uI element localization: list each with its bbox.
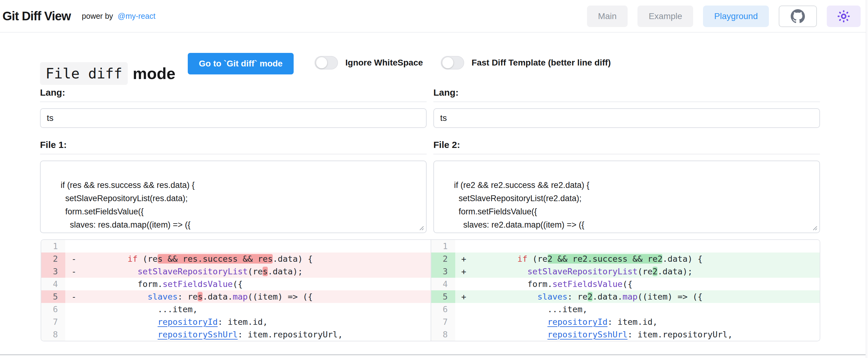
line-number: 4 <box>431 278 455 290</box>
diff-line-content: + slaves: re2.data.map((item) => ({ <box>455 290 820 303</box>
diff-marker: - <box>65 253 98 265</box>
diff-row: 5+ slaves: re2.data.map((item) => ({ <box>431 290 820 303</box>
toggle-knob <box>316 57 327 68</box>
diff-row: 1 <box>41 240 431 253</box>
diff-row: 6 ...item, <box>431 303 820 316</box>
diff-line-content: repositoryId: item.id, <box>65 316 431 328</box>
toggle-knob <box>442 57 454 68</box>
diff-row: 4 form.setFieldsValue({ <box>431 278 820 290</box>
file1-textarea-wrap: if (res && res.success && res.data) { se… <box>40 161 427 233</box>
line-number: 3 <box>431 265 455 278</box>
diff-row: 7 repositoryId: item.id, <box>41 316 431 328</box>
diff-line-content: ...item, <box>65 303 431 316</box>
power-by-prefix: power by <box>82 12 113 20</box>
nav-example-button[interactable]: Example <box>638 5 693 27</box>
line-number: 5 <box>41 290 65 303</box>
diff-row: 2- if (res && res.success && res.data) { <box>41 253 431 265</box>
line-number: 8 <box>431 328 455 341</box>
top-nav: Main Example Playground <box>587 0 861 33</box>
line-number: 2 <box>41 253 65 265</box>
line-number: 6 <box>41 303 65 316</box>
file2-label: File 2: <box>433 136 820 154</box>
diff-line-content <box>455 240 820 253</box>
fast-diff-toggle[interactable] <box>441 56 464 69</box>
line-number: 7 <box>41 316 65 328</box>
diff-line-content: - setSlaveRepositoryList(res.data); <box>65 265 431 278</box>
github-icon <box>791 9 805 23</box>
file1-textarea[interactable]: if (res && res.success && res.data) { se… <box>40 161 427 233</box>
lang-input-right[interactable] <box>433 108 820 128</box>
diff-line-content: repositorySshUrl: item.repositoryUrl, <box>455 328 820 341</box>
diff-line-content: form.setFieldsValue({ <box>455 278 820 290</box>
line-number: 4 <box>41 278 65 290</box>
file2-textarea[interactable]: if (re2 && re2.success && re2.data) { se… <box>433 161 820 233</box>
ignore-whitespace-label: Ignore WhiteSpace <box>345 58 423 68</box>
line-number: 2 <box>431 253 455 265</box>
go-to-git-diff-mode-button[interactable]: Go to `Git diff` mode <box>188 53 293 74</box>
nav-main-button[interactable]: Main <box>587 5 628 27</box>
file1-label: File 1: <box>40 136 427 154</box>
diff-marker: + <box>455 265 488 278</box>
mode-code-chip: File diff <box>40 62 128 85</box>
site-header: Git Diff View power by @my-react Main Ex… <box>0 0 868 33</box>
diff-line-content: repositorySshUrl: item.repositoryUrl, <box>65 328 431 341</box>
diff-row: 2+ if (re2 && re2.success && re2.data) { <box>431 253 820 265</box>
theme-toggle-button[interactable] <box>827 5 861 27</box>
lang-input-left[interactable] <box>40 108 427 128</box>
diff-marker: - <box>65 265 98 278</box>
diff-row: 3+ setSlaveRepositoryList(re2.data); <box>431 265 820 278</box>
github-button[interactable] <box>779 5 817 27</box>
diff-line-content: + setSlaveRepositoryList(re2.data); <box>455 265 820 278</box>
diff-line-content: form.setFieldsValue({ <box>65 278 431 290</box>
page-scrollbar[interactable] <box>866 0 868 358</box>
line-number: 7 <box>431 316 455 328</box>
line-number: 3 <box>41 265 65 278</box>
lang-label-right: Lang: <box>433 84 820 102</box>
nav-playground-button[interactable]: Playground <box>703 5 769 27</box>
lang-label-left: Lang: <box>40 84 427 102</box>
my-react-link[interactable]: @my-react <box>118 12 155 20</box>
diff-line-content: + if (re2 && re2.success && re2.data) { <box>455 253 820 265</box>
diff-line-content: ...item, <box>455 303 820 316</box>
line-number: 1 <box>431 240 455 253</box>
diff-marker: + <box>455 290 488 303</box>
sun-icon <box>837 9 850 23</box>
line-number: 6 <box>431 303 455 316</box>
diff-row: 7 repositoryId: item.id, <box>431 316 820 328</box>
diff-row: 4 form.setFieldsValue({ <box>41 278 431 290</box>
power-by-text: power by @my-react <box>82 12 155 21</box>
file2-textarea-wrap: if (re2 && re2.success && re2.data) { se… <box>433 161 820 233</box>
diff-marker: + <box>455 253 488 265</box>
diff-pane-file1: 12- if (res && res.success && res.data) … <box>41 240 431 341</box>
mode-heading: File diff mode <box>40 62 176 85</box>
diff-marker: - <box>65 290 98 303</box>
diff-row: 5- slaves: res.data.map((item) => ({ <box>41 290 431 303</box>
diff-line-content: - slaves: res.data.map((item) => ({ <box>65 290 431 303</box>
diff-row: 6 ...item, <box>41 303 431 316</box>
page-title: Git Diff View <box>2 9 71 23</box>
diff-line-content: repositoryId: item.id, <box>455 316 820 328</box>
diff-row: 8 repositorySshUrl: item.repositoryUrl, <box>431 328 820 341</box>
diff-row: 1 <box>431 240 820 253</box>
fast-diff-label: Fast Diff Template (better line diff) <box>471 58 611 68</box>
line-number: 8 <box>41 328 65 341</box>
diff-line-content: - if (res && res.success && res.data) { <box>65 253 431 265</box>
ignore-whitespace-toggle[interactable] <box>315 56 338 69</box>
toggle-row: Ignore WhiteSpace Fast Diff Template (be… <box>315 56 611 69</box>
footer-divider <box>0 354 866 355</box>
mode-heading-suffix: mode <box>133 64 176 83</box>
diff-viewer: 12- if (res && res.success && res.data) … <box>41 239 820 341</box>
line-number: 1 <box>41 240 65 253</box>
diff-pane-file2: 12+ if (re2 && re2.success && re2.data) … <box>431 240 820 341</box>
diff-row: 3- setSlaveRepositoryList(res.data); <box>41 265 431 278</box>
line-number: 5 <box>431 290 455 303</box>
diff-line-content <box>65 240 431 253</box>
diff-row: 8 repositorySshUrl: item.repositoryUrl, <box>41 328 431 341</box>
